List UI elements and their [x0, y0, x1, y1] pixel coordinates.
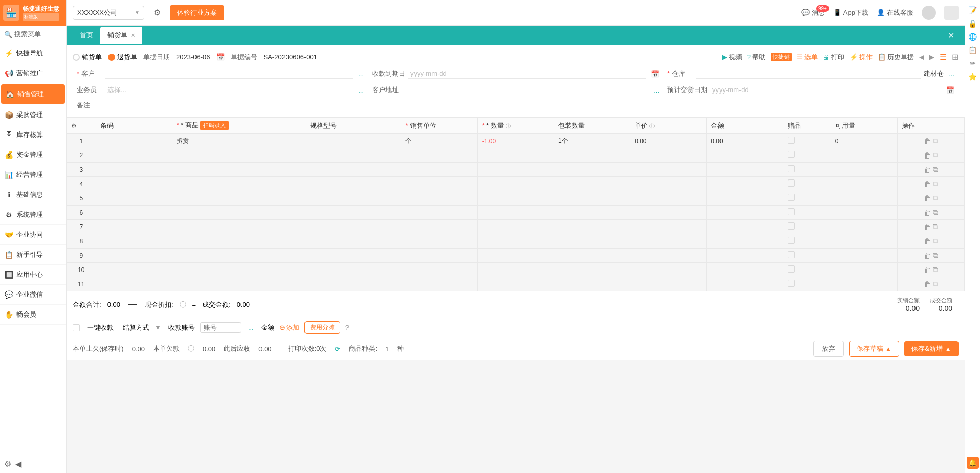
- copy-row-btn[interactable]: ⧉: [933, 222, 938, 231]
- cell-qty[interactable]: [477, 163, 554, 177]
- toolbar-help[interactable]: ? 帮助: [747, 53, 766, 62]
- help-circle-icon[interactable]: ⓘ: [180, 300, 186, 309]
- cell-pkgqty[interactable]: [554, 263, 630, 277]
- abandon-btn[interactable]: 放弃: [813, 341, 844, 357]
- copy-row-btn[interactable]: ⧉: [933, 137, 938, 145]
- cell-gift[interactable]: [783, 177, 831, 191]
- delete-row-btn[interactable]: 🗑: [924, 151, 931, 160]
- right-sidebar-lock-icon[interactable]: 🔒: [967, 17, 979, 30]
- copy-row-btn[interactable]: ⧉: [933, 179, 938, 188]
- save-draft-btn[interactable]: 保存草稿 ▲: [849, 341, 900, 357]
- cell-unit[interactable]: [401, 163, 477, 177]
- cell-amount[interactable]: [707, 148, 783, 163]
- right-sidebar-star-icon[interactable]: ⭐: [967, 71, 979, 83]
- copy-row-btn[interactable]: ⧉: [933, 208, 938, 217]
- cell-barcode[interactable]: [96, 277, 172, 291]
- remark-input[interactable]: [105, 100, 954, 110]
- sidebar-search[interactable]: 🔍 搜索菜单: [0, 26, 66, 43]
- cell-barcode[interactable]: [96, 163, 172, 177]
- cell-qty[interactable]: [477, 220, 554, 234]
- cell-amount[interactable]: [707, 206, 783, 220]
- sidebar-item-operations[interactable]: 📊 经营管理: [0, 165, 66, 185]
- cell-qty[interactable]: [477, 191, 554, 206]
- th-settings[interactable]: ⚙: [67, 118, 96, 134]
- cell-amount[interactable]: [707, 249, 783, 263]
- cell-gift[interactable]: [783, 163, 831, 177]
- cell-gift[interactable]: [783, 249, 831, 263]
- gift-checkbox[interactable]: [788, 237, 795, 244]
- cell-barcode[interactable]: [96, 220, 172, 234]
- toolbar-operation[interactable]: ⚡ 操作: [850, 53, 873, 62]
- copy-row-btn[interactable]: ⧉: [933, 194, 938, 202]
- cell-price[interactable]: [630, 163, 707, 177]
- sidebar-item-purchase[interactable]: 📦 采购管理: [0, 105, 66, 125]
- cell-price[interactable]: [630, 234, 707, 249]
- cell-product[interactable]: 拆贡: [172, 134, 306, 148]
- cell-amount[interactable]: [707, 220, 783, 234]
- delete-row-btn[interactable]: 🗑: [924, 265, 931, 274]
- cell-pkgqty[interactable]: [554, 220, 630, 234]
- cell-spec[interactable]: [306, 249, 401, 263]
- close-panel-icon[interactable]: ✕: [944, 31, 959, 40]
- cell-pkgqty[interactable]: 1个: [554, 134, 630, 148]
- cell-qty[interactable]: -1.00: [477, 134, 554, 148]
- gift-checkbox[interactable]: [788, 280, 795, 287]
- delivery-date-input[interactable]: [710, 85, 941, 95]
- sidebar-item-guide[interactable]: 📋 新手引导: [0, 245, 66, 265]
- delivery-calendar-icon[interactable]: 📅: [946, 86, 954, 94]
- add-payment-btn[interactable]: ⊕ 添加: [279, 323, 299, 332]
- copy-row-btn[interactable]: ⧉: [933, 165, 938, 174]
- sidebar-item-enterprise[interactable]: 🤝 企业协同: [0, 225, 66, 245]
- cell-amount[interactable]: [707, 263, 783, 277]
- cell-price[interactable]: [630, 249, 707, 263]
- one-click-payment-checkbox[interactable]: [73, 324, 80, 331]
- scan-btn[interactable]: 扫码录入: [200, 121, 229, 130]
- right-sidebar-pencil-icon[interactable]: ✏: [967, 57, 979, 70]
- cell-product[interactable]: [172, 206, 306, 220]
- cell-amount[interactable]: [707, 191, 783, 206]
- cell-product[interactable]: [172, 234, 306, 249]
- cell-price[interactable]: 0.00: [630, 134, 707, 148]
- copy-row-btn[interactable]: ⧉: [933, 280, 938, 288]
- cell-unit[interactable]: [401, 277, 477, 291]
- cell-unit[interactable]: [401, 177, 477, 191]
- copy-row-btn[interactable]: ⧉: [933, 265, 938, 274]
- sidebar-settings-icon[interactable]: ⚙: [4, 459, 11, 469]
- cell-gift[interactable]: [783, 277, 831, 291]
- sidebar-item-marketing[interactable]: 📢 营销推广: [0, 63, 66, 83]
- delete-row-btn[interactable]: 🗑: [924, 179, 931, 188]
- cell-unit[interactable]: [401, 148, 477, 163]
- gift-checkbox[interactable]: [788, 222, 795, 230]
- cell-pkgqty[interactable]: [554, 191, 630, 206]
- right-sidebar-list-icon[interactable]: 📋: [967, 44, 979, 56]
- sidebar-item-member[interactable]: ✋ 畅会员: [0, 305, 66, 325]
- warehouse-input[interactable]: [696, 69, 921, 79]
- delete-row-btn[interactable]: 🗑: [924, 137, 931, 145]
- trial-button[interactable]: 体验行业方案: [170, 5, 224, 20]
- cell-product[interactable]: [172, 263, 306, 277]
- delete-row-btn[interactable]: 🗑: [924, 194, 931, 202]
- cell-amount[interactable]: 0.00: [707, 134, 783, 148]
- radio-sales[interactable]: 销货单: [73, 53, 102, 62]
- cell-pkgqty[interactable]: [554, 177, 630, 191]
- print-count-refresh-icon[interactable]: ⟳: [335, 345, 340, 353]
- tab-home[interactable]: 首页: [73, 27, 100, 44]
- cell-pkgqty[interactable]: [554, 249, 630, 263]
- sidebar-item-system[interactable]: ⚙ 系统管理: [0, 205, 66, 225]
- messages-btn[interactable]: 💬 消息 99+: [801, 8, 825, 17]
- toolbar-select[interactable]: ☰ 选单: [797, 53, 818, 62]
- cell-qty[interactable]: [477, 249, 554, 263]
- fee-help-icon[interactable]: ?: [345, 324, 349, 331]
- gift-checkbox[interactable]: [788, 165, 795, 172]
- due-date-calendar-icon[interactable]: 📅: [651, 70, 659, 78]
- toolbar-print[interactable]: 🖨 打印: [823, 53, 844, 62]
- cell-product[interactable]: [172, 191, 306, 206]
- account-dots-btn[interactable]: ...: [248, 324, 254, 331]
- cell-gift[interactable]: [783, 263, 831, 277]
- cell-product[interactable]: [172, 220, 306, 234]
- cell-spec[interactable]: [306, 191, 401, 206]
- sidebar-collapse-icon[interactable]: ◀: [15, 459, 21, 469]
- sidebar-item-basic-info[interactable]: ℹ 基础信息: [0, 185, 66, 205]
- tab-sales-order[interactable]: 销货单 ✕: [100, 27, 142, 44]
- sidebar-item-finance[interactable]: 💰 资金管理: [0, 145, 66, 165]
